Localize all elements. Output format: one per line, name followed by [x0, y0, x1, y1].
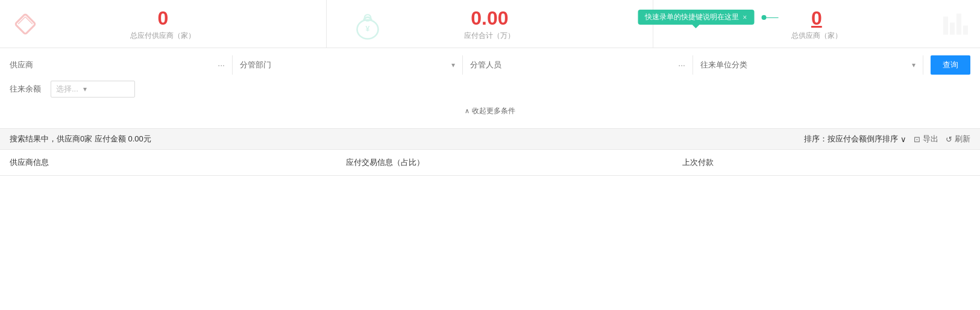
table-header: 供应商信息 应付交易信息（占比） 上次付款 — [0, 150, 980, 176]
tooltip-bubble: 快速录单的快捷键说明在这里 × — [638, 10, 754, 25]
stat-total-suppliers: 快速录单的快捷键说明在这里 × 0 总供应商（家） — [653, 0, 980, 48]
results-info: 搜索结果中，供应商0家 应付金额 0.00元 — [10, 134, 151, 144]
diamond-icon — [11, 10, 40, 39]
total-suppliers-value: 0 — [811, 7, 822, 29]
supplier-more-icon[interactable]: ··· — [218, 60, 225, 70]
query-btn-wrapper: 查询 — [923, 55, 970, 75]
filter-balance: 往来余额 选择... ▾ — [10, 79, 135, 99]
filter-section: 供应商 ··· 分管部门 ▾ 分管人员 ··· 往来单位分类 ▾ — [0, 48, 980, 129]
filter-dept: 分管部门 ▾ — [233, 55, 463, 75]
stat-payable-suppliers-inner: 0 总应付供应商（家） — [130, 7, 195, 41]
tooltip-dot — [761, 15, 766, 20]
payable-suppliers-value: 0 — [158, 7, 169, 29]
col-lastpay-header: 上次付款 — [682, 157, 970, 168]
sort-label: 排序：按应付会额倒序排序 — [804, 134, 898, 144]
payable-total-label: 应付合计（万） — [464, 31, 515, 41]
export-icon: ⊡ — [914, 135, 920, 144]
dept-label: 分管部门 — [240, 60, 271, 70]
filter-row-2: 往来余额 选择... ▾ — [10, 79, 970, 99]
export-label: 导出 — [923, 134, 938, 144]
refresh-button[interactable]: ↺ 刷新 — [946, 134, 970, 144]
sort-select[interactable]: 排序：按应付会额倒序排序 ∨ — [804, 134, 906, 144]
unit-label: 往来单位分类 — [700, 60, 747, 70]
total-suppliers-label: 总供应商（家） — [791, 31, 842, 41]
collapse-label: 收起更多条件 — [472, 106, 515, 116]
stat-payable-total: ¥ 0.00 应付合计（万） — [327, 0, 653, 48]
results-actions: 排序：按应付会额倒序排序 ∨ ⊡ 导出 ↺ 刷新 — [804, 134, 970, 144]
balance-placeholder: 选择... — [56, 84, 78, 95]
table-content — [0, 176, 980, 310]
refresh-icon: ↺ — [946, 135, 952, 144]
chart-ghost — [943, 13, 968, 34]
collapse-row: ∧ 收起更多条件 — [10, 101, 970, 123]
person-input[interactable] — [506, 61, 678, 70]
stat-payable-total-inner: 0.00 应付合计（万） — [464, 7, 515, 41]
stats-bar: 0 总应付供应商（家） ¥ 0.00 应付合计（万） 快速录单的快捷键说明在这里… — [0, 0, 980, 48]
filter-person: 分管人员 ··· — [463, 55, 693, 75]
supplier-input[interactable] — [38, 61, 218, 70]
balance-select[interactable]: 选择... ▾ — [51, 81, 135, 98]
filter-unit: 往来单位分类 ▾ — [693, 55, 923, 75]
person-label: 分管人员 — [470, 60, 501, 70]
svg-text:¥: ¥ — [366, 25, 370, 33]
results-bar: 搜索结果中，供应商0家 应付金额 0.00元 排序：按应付会额倒序排序 ∨ ⊡ … — [0, 129, 980, 150]
unit-select[interactable]: ▾ — [752, 61, 916, 69]
tooltip-text: 快速录单的快捷键说明在这里 — [645, 12, 739, 22]
filter-row-1: 供应商 ··· 分管部门 ▾ 分管人员 ··· 往来单位分类 ▾ — [10, 55, 970, 75]
stat-total-suppliers-inner: 0 总供应商（家） — [791, 7, 842, 41]
stat-payable-suppliers: 0 总应付供应商（家） — [0, 0, 327, 48]
collapse-icon: ∧ — [465, 107, 470, 115]
moneybag-icon: ¥ — [351, 7, 385, 41]
balance-label: 往来余额 — [10, 84, 41, 95]
person-more-icon[interactable]: ··· — [678, 60, 685, 70]
query-button[interactable]: 查询 — [931, 55, 970, 75]
balance-chevron: ▾ — [83, 85, 87, 93]
dept-chevron: ▾ — [451, 61, 455, 69]
refresh-label: 刷新 — [955, 134, 970, 144]
dept-select[interactable]: ▾ — [276, 61, 455, 69]
col-supplier-header: 供应商信息 — [10, 157, 346, 168]
collapse-button[interactable]: ∧ 收起更多条件 — [457, 104, 523, 119]
filter-supplier: 供应商 ··· — [10, 55, 233, 75]
sort-chevron: ∨ — [900, 135, 906, 144]
tooltip-close-btn[interactable]: × — [743, 13, 747, 22]
unit-chevron: ▾ — [912, 61, 916, 69]
export-button[interactable]: ⊡ 导出 — [914, 134, 938, 144]
supplier-label: 供应商 — [10, 60, 33, 70]
col-transaction-header: 应付交易信息（占比） — [346, 157, 682, 168]
payable-suppliers-label: 总应付供应商（家） — [130, 31, 195, 41]
payable-total-value: 0.00 — [471, 7, 508, 29]
